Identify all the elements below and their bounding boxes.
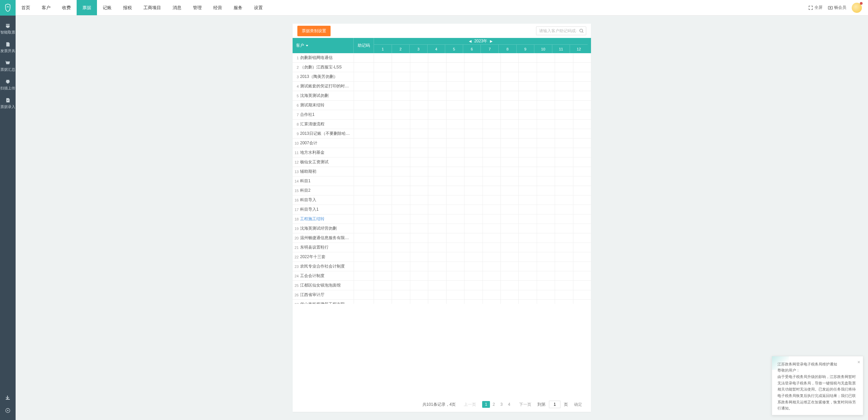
sidebar-item-票据汇总[interactable]: 票据汇总 [0,57,15,76]
table-row[interactable]: 18工程施工结转 [293,214,591,224]
search-input[interactable] [536,26,586,35]
nav-客户[interactable]: 客户 [36,0,56,15]
pager-next[interactable]: 下一页 [516,401,534,408]
nav-票据[interactable]: 票据 [77,0,97,15]
notice-body: 由于受电子税务局升级的影响，江苏政务网暂时无法登录电子税务局，导致一键报税与无盘… [777,374,857,412]
table-row[interactable]: 32013（陶美芳勿删） [293,72,591,82]
table-row[interactable]: 20温州畅捷通信息服务有限公司 [293,233,591,243]
month-header-8[interactable]: 8 [499,45,517,53]
table-row[interactable]: 6测试期末结转 [293,101,591,110]
table-row[interactable]: 5沈海英测试勿删 [293,91,591,101]
pager-page-4[interactable]: 4 [505,401,513,408]
pager-page-1[interactable]: 1 [482,401,490,408]
month-header-7[interactable]: 7 [481,45,499,53]
month-header-1[interactable]: 1 [374,45,392,53]
table-row[interactable]: 21东明县设置鞋行 [293,243,591,252]
nav-管理[interactable]: 管理 [187,0,208,15]
year-next[interactable]: ▶ [490,39,493,43]
month-header-12[interactable]: 12 [570,45,588,53]
month-header-11[interactable]: 11 [552,45,570,53]
sidebar-icon [5,79,11,84]
client-name: 科目2 [300,188,354,193]
table-row[interactable]: 24工会会计制度 [293,271,591,281]
year-prev[interactable]: ◀ [469,39,472,43]
notice-greeting: 尊敬的用户： [777,367,857,374]
pager-page-3[interactable]: 3 [498,401,506,408]
close-icon[interactable]: × [857,358,860,366]
month-header-4[interactable]: 4 [428,45,446,53]
table-row[interactable]: 92013日记账（不要删除哈，谢... [293,129,591,139]
sidebar-icon [5,60,11,66]
month-header-5[interactable]: 5 [445,45,463,53]
mascot-avatar[interactable] [852,3,862,13]
table-row[interactable]: 12杨仙女工资测试 [293,158,591,167]
month-header-10[interactable]: 10 [534,45,552,53]
table-row[interactable]: 19沈海英测试经营勿删 [293,224,591,233]
month-header-9[interactable]: 9 [517,45,535,53]
download-icon[interactable] [5,395,11,401]
client-name: 工程施工结转 [300,216,354,222]
month-header-2[interactable]: 2 [392,45,410,53]
sidebar-item-发票开具[interactable]: 发票开具 [0,38,15,57]
nav-消息[interactable]: 消息 [167,0,187,15]
nav-报税[interactable]: 报税 [117,0,138,15]
table-row[interactable]: 1勿删新锐网络通信 [293,53,591,63]
pager-prev[interactable]: 上一页 [461,401,479,408]
client-name: 农民专业合作社会计制度 [300,264,354,269]
sidebar-icon [5,23,11,28]
sort-desc-icon [305,44,309,47]
nav-记账[interactable]: 记账 [97,0,117,15]
year-selector: ◀ 2023年 ▶ [374,38,588,45]
bill-category-setting-button[interactable]: 票据类别设置 [297,26,331,36]
client-name: 保山市板桥建筑工程有限责任... [300,301,354,304]
client-name: 测试期末结转 [300,102,354,108]
table-row[interactable]: 27保山市板桥建筑工程有限责任... [293,300,591,304]
table-row[interactable]: 17科目导入1 [293,205,591,214]
table-row[interactable]: 23农民专业合作社会计制度 [293,262,591,271]
table-row[interactable]: 8汇算清缴流程 [293,120,591,129]
nav-设置[interactable]: 设置 [248,0,269,15]
client-name: 工会会计制度 [300,273,354,279]
table-row[interactable]: 2（勿删）江西服宝-LSS [293,63,591,72]
pager-goto-input[interactable] [549,401,560,408]
table-row[interactable]: 7合作社1 [293,110,591,120]
member-link[interactable]: 畅会员 [828,5,846,10]
table-row[interactable]: 102007会计 [293,139,591,148]
client-name: 辅助期初 [300,169,354,174]
pagination: 共101条记录，4页 上一页 1234 下一页 到第 页 确定 [293,397,591,412]
nav-经营[interactable]: 经营 [208,0,228,15]
table-row[interactable]: 14科目1 [293,176,591,186]
client-name: 汇算清缴流程 [300,121,354,127]
column-header-client[interactable]: 客户 [293,38,354,53]
table-row[interactable]: 26江西省审计厅 [293,290,591,300]
table-row[interactable]: 13辅助期初 [293,167,591,176]
client-name: 2013（陶美芳勿删） [300,74,354,80]
pager-page-2[interactable]: 2 [490,401,498,408]
fullscreen-icon [808,5,813,10]
table-row[interactable]: 11地方水利基金 [293,148,591,158]
table-row[interactable]: 16科目导入 [293,195,591,205]
sidebar: 智能取票发票开具票据汇总扫描上传票据录入 [0,16,16,420]
sidebar-item-智能取票[interactable]: 智能取票 [0,20,15,38]
month-header-6[interactable]: 6 [463,45,481,53]
sidebar-item-扫描上传[interactable]: 扫描上传 [0,76,15,94]
nav-收费[interactable]: 收费 [56,0,77,15]
client-name: 合作社1 [300,112,354,118]
fullscreen-toggle[interactable]: 全屏 [808,5,823,10]
help-icon[interactable] [5,408,11,414]
column-header-code[interactable]: 助记码 [354,38,374,53]
pager-confirm[interactable]: 确定 [571,401,585,408]
table-row[interactable]: 222022年十三套 [293,252,591,262]
client-name: 沈海英测试勿删 [300,93,354,99]
nav-首页[interactable]: 首页 [16,0,36,15]
month-header-3[interactable]: 3 [410,45,428,53]
client-name: 科目导入 [300,197,354,203]
client-name: 地方水利基金 [300,150,354,155]
nav-服务[interactable]: 服务 [228,0,248,15]
nav-工商项目[interactable]: 工商项目 [138,0,167,15]
table-row[interactable]: 15科目2 [293,186,591,195]
table-row[interactable]: 4测试账套的凭证打印的时候是否 [293,82,591,91]
top-nav: 首页客户收费票据记账报税工商项目消息管理经营服务设置 [16,0,269,15]
sidebar-item-票据录入[interactable]: 票据录入 [0,94,15,113]
table-row[interactable]: 25江都区仙女镇泡泡面馆 [293,281,591,290]
